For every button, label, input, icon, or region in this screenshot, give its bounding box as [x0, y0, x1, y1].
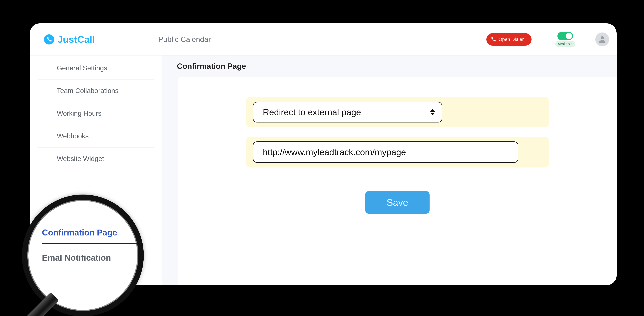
app-header: JustCall Public Calendar Open Dialer Ava… — [30, 23, 616, 56]
select-highlight: Redirect to external page — [246, 97, 549, 127]
phone-bubble-icon — [43, 34, 55, 45]
sidebar-item-website-widget[interactable]: Website Widget — [38, 148, 154, 170]
user-icon — [598, 35, 607, 44]
app-window: JustCall Public Calendar Open Dialer Ava… — [30, 23, 616, 285]
phone-icon — [491, 37, 496, 42]
sidebar-item-webhooks[interactable]: Webhooks — [38, 125, 154, 148]
main: Confirmation Page Redirect to external p… — [162, 56, 616, 285]
header-page-title: Public Calendar — [158, 35, 211, 44]
sidebar-item-working-hours[interactable]: Working Hours — [38, 102, 154, 125]
sidebar-item-general-settings[interactable]: General Settings — [38, 57, 154, 80]
content: General Settings Team Collaborations Wor… — [30, 56, 616, 285]
open-dialer-label: Open Dialer — [498, 37, 524, 42]
redirect-url-input[interactable] — [253, 142, 518, 163]
main-title: Confirmation Page — [162, 56, 616, 77]
availability-toggle[interactable] — [558, 32, 573, 40]
brand-name: JustCall — [58, 34, 95, 45]
url-highlight — [246, 137, 549, 168]
sidebar-item-blank — [38, 170, 154, 192]
confirmation-action-select[interactable]: Redirect to external page — [253, 102, 442, 122]
sidebar-item-team-collaborations[interactable]: Team Collaborations — [38, 80, 154, 102]
select-caret-icon — [430, 109, 435, 115]
sidebar: General Settings Team Collaborations Wor… — [30, 56, 162, 285]
avatar[interactable] — [595, 32, 609, 46]
select-value: Redirect to external page — [263, 107, 361, 117]
availability-badge: Available — [555, 41, 575, 47]
brand-logo[interactable]: JustCall — [43, 34, 145, 45]
save-button[interactable]: Save — [365, 191, 430, 214]
svg-point-1 — [601, 36, 604, 40]
availability: Available — [555, 32, 575, 47]
open-dialer-button[interactable]: Open Dialer — [486, 33, 532, 46]
panel: Redirect to external page — [178, 77, 616, 285]
